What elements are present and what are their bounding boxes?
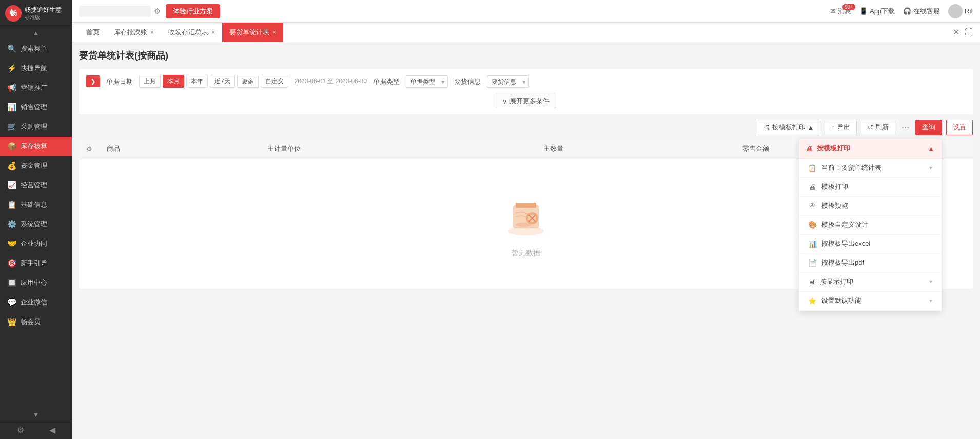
- order-info-select[interactable]: 要货信息: [487, 75, 529, 88]
- print-template-btn[interactable]: 🖨 按模板打印 ▲: [757, 120, 821, 135]
- topbar-search-input[interactable]: [79, 6, 151, 17]
- sidebar-label-search: 搜索菜单: [21, 44, 47, 53]
- sidebar-item-purchase[interactable]: 🛒采购管理: [0, 117, 72, 137]
- template-print-item[interactable]: 🖨 模板打印: [799, 178, 942, 197]
- dropdown-header-left: 🖨 按模板打印: [806, 144, 850, 153]
- tabbar: 首页 库存批次账 × 收发存汇总表 × 要货单统计表 × ✕ ⛶: [72, 23, 980, 42]
- filter-row: ❯ 单据日期 上月 本月 本年 近7天 更多 自定义 2023-06-01 至 …: [86, 75, 966, 88]
- tab-inventory-batch[interactable]: 库存批次账 ×: [107, 23, 161, 42]
- filter-toggle-btn[interactable]: ❯: [86, 75, 100, 87]
- set-default-item[interactable]: ⭐ 设置默认功能 ▾: [799, 292, 942, 311]
- sidebar-item-sales[interactable]: 📊销售管理: [0, 98, 72, 117]
- last7days-btn[interactable]: 近7天: [210, 75, 235, 88]
- current-template-item[interactable]: 📋 当前：要货单统计表 ▾: [799, 159, 942, 178]
- date-buttons: 上月 本月 本年 近7天 更多 自定义: [139, 75, 288, 88]
- sidebar-item-marketing[interactable]: 📢营销推广: [0, 78, 72, 98]
- tab-inventory-batch-close[interactable]: ×: [150, 29, 154, 36]
- refresh-label: 刷新: [875, 123, 889, 132]
- svg-rect-2: [516, 203, 536, 208]
- display-print-item[interactable]: 🖥 按显示打印 ▾: [799, 273, 942, 292]
- custom-date-btn[interactable]: 自定义: [261, 75, 288, 88]
- doc-type-select[interactable]: 单据类型: [406, 75, 448, 88]
- tab-receipt-summary[interactable]: 收发存汇总表 ×: [161, 23, 222, 42]
- message-badge: 99+: [842, 4, 855, 10]
- svg-point-7: [516, 223, 531, 227]
- date-range: 2023-06-01 至 2023-06-30: [295, 77, 367, 86]
- th-unit: 主计量单位: [260, 139, 536, 159]
- chevron-down-icon: ▾: [929, 164, 932, 171]
- sidebar-item-shortcut[interactable]: ⚡快捷导航: [0, 59, 72, 78]
- empty-illustration: [500, 190, 552, 241]
- topbar-right: ✉ 消息 99+ 📱 App下载 🎧 在线客服 Rit: [830, 4, 973, 18]
- sidebar-item-search[interactable]: 🔍搜索菜单: [0, 39, 72, 59]
- sidebar-item-inventory[interactable]: 📦库存核算: [0, 137, 72, 156]
- sidebar-item-basic[interactable]: 📋基础信息: [0, 195, 72, 215]
- dropdown-title: 按模板打印: [817, 144, 850, 153]
- tab-receipt-summary-close[interactable]: ×: [211, 29, 215, 36]
- export-btn[interactable]: ↑ 导出: [825, 120, 857, 135]
- excel-icon: 📊: [808, 240, 816, 248]
- sidebar-item-system[interactable]: ⚙️系统管理: [0, 215, 72, 234]
- message-btn[interactable]: ✉ 消息 99+: [830, 7, 851, 16]
- sidebar-item-operation[interactable]: 📈经营管理: [0, 176, 72, 195]
- sidebar-label-apps: 应用中心: [21, 278, 47, 288]
- sidebar: 畅 畅捷通好生意 标准版 ▲ 🔍搜索菜单⚡快捷导航📢营销推广📊销售管理🛒采购管理…: [0, 0, 72, 439]
- tab-home-label: 首页: [86, 28, 100, 37]
- topbar: ⚙ 体验行业方案 ✉ 消息 99+ 📱 App下载 🎧 在线客服 Rit: [72, 0, 980, 23]
- more-actions-btn[interactable]: ···: [899, 122, 911, 133]
- template-custom-item[interactable]: 🎨 模板自定义设计: [799, 216, 942, 235]
- query-btn[interactable]: 查询: [915, 120, 942, 135]
- query-label: 查询: [922, 123, 935, 132]
- headset-icon: 🎧: [903, 7, 911, 15]
- tab-home[interactable]: 首页: [79, 23, 107, 42]
- template-custom-label: 模板自定义设计: [821, 220, 868, 230]
- collapse-icon[interactable]: ◀: [49, 425, 55, 435]
- prev-month-btn[interactable]: 上月: [139, 75, 161, 88]
- sidebar-item-enterprise[interactable]: 🤝企业协同: [0, 234, 72, 254]
- settings-btn[interactable]: 设置: [946, 120, 973, 135]
- refresh-btn[interactable]: ↺ 刷新: [861, 120, 895, 135]
- app-logo: 畅 畅捷通好生意 标准版: [0, 0, 72, 27]
- sidebar-item-apps[interactable]: 🔲应用中心: [0, 273, 72, 293]
- tabbar-close-all[interactable]: ✕: [953, 27, 959, 37]
- scroll-up-button[interactable]: ▲: [0, 27, 72, 39]
- template-preview-item[interactable]: 👁 模板预览: [799, 197, 942, 216]
- sidebar-item-member[interactable]: 👑畅会员: [0, 312, 72, 332]
- username: Rit: [965, 7, 973, 15]
- sidebar-item-newbie[interactable]: 🎯新手引导: [0, 254, 72, 273]
- online-service-label: 在线客服: [913, 7, 940, 16]
- online-service-btn[interactable]: 🎧 在线客服: [903, 7, 940, 16]
- export-icon: ↑: [831, 124, 835, 131]
- current-year-btn[interactable]: 本年: [186, 75, 208, 88]
- settings-icon[interactable]: ⚙: [17, 425, 24, 435]
- industry-btn[interactable]: 体验行业方案: [166, 4, 220, 18]
- dropdown-close-icon[interactable]: ▲: [928, 145, 934, 152]
- tabbar-expand[interactable]: ⛶: [965, 28, 973, 37]
- tabbar-right: ✕ ⛶: [953, 27, 973, 37]
- more-date-btn[interactable]: 更多: [237, 75, 259, 88]
- app-download-btn[interactable]: 📱 App下载: [859, 7, 895, 16]
- expand-more-btn[interactable]: ∨ 展开更多条件: [496, 94, 556, 108]
- dropdown-header[interactable]: 🖨 按模板打印 ▲: [799, 139, 942, 159]
- template-export-pdf-item[interactable]: 📄 按模板导出pdf: [799, 254, 942, 273]
- logo-icon: 畅: [5, 5, 22, 22]
- tab-inventory-batch-label: 库存批次账: [114, 28, 147, 37]
- sidebar-label-enterprise: 企业协同: [21, 239, 47, 249]
- search-icon: 🔍: [7, 44, 16, 53]
- tab-receipt-summary-label: 收发存汇总表: [168, 28, 208, 37]
- template-export-excel-item[interactable]: 📊 按模板导出excel: [799, 235, 942, 254]
- sidebar-item-finance[interactable]: 💰资金管理: [0, 156, 72, 176]
- sidebar-nav: 🔍搜索菜单⚡快捷导航📢营销推广📊销售管理🛒采购管理📦库存核算💰资金管理📈经营管理…: [0, 39, 72, 409]
- scroll-down-button[interactable]: ▼: [0, 409, 72, 421]
- sidebar-item-wechat[interactable]: 💬企业微信: [0, 293, 72, 312]
- user-avatar[interactable]: Rit: [948, 4, 973, 18]
- tab-order-stats[interactable]: 要货单统计表 ×: [222, 23, 283, 42]
- sales-icon: 📊: [7, 103, 16, 112]
- basic-icon: 📋: [7, 200, 16, 209]
- col-settings-icon[interactable]: ⚙: [86, 145, 92, 153]
- topbar-gear-icon[interactable]: ⚙: [154, 7, 161, 16]
- template-export-pdf-label: 按模板导出pdf: [821, 258, 864, 268]
- phone-icon: 📱: [859, 7, 868, 15]
- tab-order-stats-close[interactable]: ×: [272, 29, 276, 36]
- current-month-btn[interactable]: 本月: [163, 75, 184, 88]
